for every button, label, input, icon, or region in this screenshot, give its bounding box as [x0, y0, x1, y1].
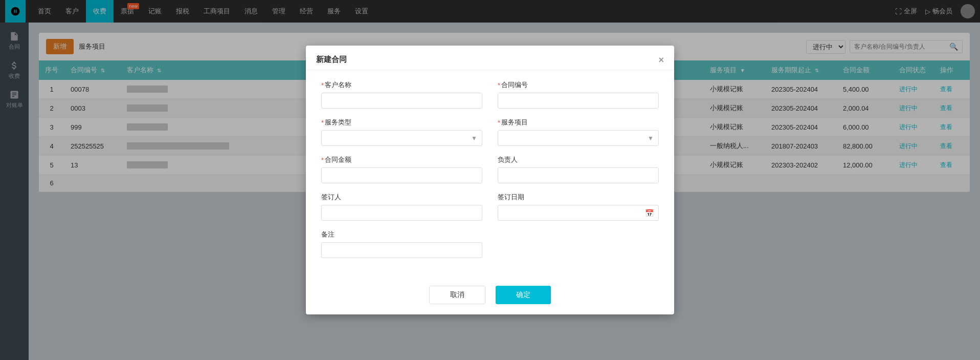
service-item-select[interactable]	[498, 130, 659, 146]
form-row-1: * 客户名称 * 合同编号	[321, 80, 659, 109]
form-group-contract-no: * 合同编号	[498, 80, 659, 109]
form-group-service-type: * 服务类型 ▼	[321, 118, 482, 146]
new-contract-modal: 新建合同 × * 客户名称 * 合同编号	[306, 46, 674, 314]
responsible-input[interactable]	[498, 167, 659, 183]
sign-date-label: 签订日期	[498, 193, 659, 202]
amount-input[interactable]: 0.00	[321, 167, 482, 183]
responsible-label: 负责人	[498, 155, 659, 164]
form-group-sign-date: 签订日期 2023-06-06 📅	[498, 193, 659, 221]
cancel-button[interactable]: 取消	[429, 286, 485, 304]
modal-title: 新建合同	[316, 55, 347, 65]
modal-footer: 取消 确定	[306, 278, 674, 314]
service-type-label: * 服务类型	[321, 118, 482, 127]
confirm-button[interactable]: 确定	[496, 286, 551, 304]
form-group-responsible: 负责人	[498, 155, 659, 183]
service-type-select[interactable]	[321, 130, 482, 146]
modal-close-button[interactable]: ×	[658, 55, 664, 65]
amount-label: * 合同金额	[321, 155, 482, 164]
form-group-customer: * 客户名称	[321, 80, 482, 109]
form-row-3: * 合同金额 0.00 负责人	[321, 155, 659, 183]
contract-no-input[interactable]	[498, 93, 659, 109]
sign-date-input[interactable]: 2023-06-06	[498, 205, 659, 221]
form-group-service-item: * 服务项目 ▼	[498, 118, 659, 146]
form-group-remarks: 备注	[321, 230, 482, 258]
service-item-label: * 服务项目	[498, 118, 659, 127]
remarks-input[interactable]	[321, 242, 482, 258]
signer-label: 签订人	[321, 193, 482, 202]
form-group-signer: 签订人	[321, 193, 482, 221]
form-row-2: * 服务类型 ▼ * 服务项目	[321, 118, 659, 146]
form-row-4: 签订人 签订日期 2023-06-06 📅	[321, 193, 659, 221]
contract-no-label: * 合同编号	[498, 80, 659, 90]
modal-overlay[interactable]: 新建合同 × * 客户名称 * 合同编号	[0, 0, 980, 360]
calendar-icon[interactable]: 📅	[645, 209, 654, 217]
signer-input[interactable]	[321, 205, 482, 221]
modal-header: 新建合同 ×	[306, 46, 674, 70]
form-row-5: 备注	[321, 230, 659, 258]
customer-name-input[interactable]	[321, 93, 482, 109]
customer-name-label: * 客户名称	[321, 80, 482, 90]
remarks-label: 备注	[321, 230, 482, 239]
form-group-amount: * 合同金额 0.00	[321, 155, 482, 183]
modal-body: * 客户名称 * 合同编号 * 服	[306, 70, 674, 278]
